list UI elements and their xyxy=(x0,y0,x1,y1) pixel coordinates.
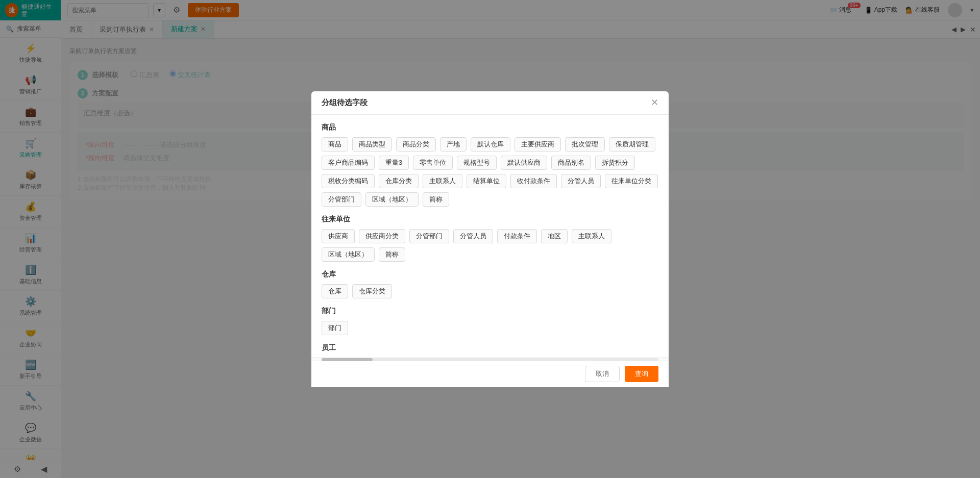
field-tag[interactable]: 保质期管理 xyxy=(609,137,655,152)
field-group-title: 部门 xyxy=(322,307,658,316)
field-tag[interactable]: 默认仓库 xyxy=(471,137,510,152)
field-tag[interactable]: 结算单位 xyxy=(467,174,506,188)
field-tags: 商品商品类型商品分类产地默认仓库主要供应商批次管理保质期管理客户商品编码重量3零… xyxy=(322,137,658,207)
modal-body[interactable]: 商品商品商品类型商品分类产地默认仓库主要供应商批次管理保质期管理客户商品编码重量… xyxy=(311,115,669,358)
field-tags: 仓库仓库分类 xyxy=(322,284,658,298)
field-tag[interactable]: 简称 xyxy=(379,247,405,262)
field-group-title: 商品 xyxy=(322,123,658,132)
field-tags: 部门 xyxy=(322,321,658,335)
field-group-员工: 员工业务员 xyxy=(322,343,658,358)
field-tag[interactable]: 简称 xyxy=(423,192,449,207)
field-tag[interactable]: 商品类型 xyxy=(352,137,392,152)
field-tag[interactable]: 重量3 xyxy=(379,156,409,170)
horizontal-scroll-area[interactable] xyxy=(311,357,669,360)
modal-footer: 取消 查询 xyxy=(311,361,669,387)
modal-close-button[interactable]: ✕ xyxy=(651,97,658,108)
field-tag[interactable]: 规格型号 xyxy=(457,156,497,170)
field-tag[interactable]: 往来单位分类 xyxy=(605,174,658,188)
field-tag[interactable]: 地区 xyxy=(541,229,568,243)
field-group-商品: 商品商品商品类型商品分类产地默认仓库主要供应商批次管理保质期管理客户商品编码重量… xyxy=(322,123,658,207)
field-group-title: 员工 xyxy=(322,343,658,353)
field-tag[interactable]: 默认供应商 xyxy=(501,156,547,170)
confirm-button[interactable]: 查询 xyxy=(625,366,658,382)
field-tag[interactable]: 付款条件 xyxy=(497,229,537,243)
field-tag[interactable]: 主联系人 xyxy=(572,229,611,243)
field-tag[interactable]: 拆货积分 xyxy=(595,156,635,170)
field-tag[interactable]: 分管部门 xyxy=(322,192,361,207)
field-tag[interactable]: 商品 xyxy=(322,137,348,152)
field-tag[interactable]: 区域（地区） xyxy=(322,247,375,262)
field-tag[interactable]: 分管人员 xyxy=(453,229,493,243)
field-tag[interactable]: 主要供应商 xyxy=(514,137,561,152)
field-tag[interactable]: 仓库分类 xyxy=(352,284,392,298)
field-tags: 供应商供应商分类分管部门分管人员付款条件地区主联系人区域（地区）简称 xyxy=(322,229,658,262)
field-tag[interactable]: 税收分类编码 xyxy=(322,174,375,188)
field-tag[interactable]: 主联系人 xyxy=(423,174,462,188)
field-group-往来单位: 往来单位供应商供应商分类分管部门分管人员付款条件地区主联系人区域（地区）简称 xyxy=(322,215,658,262)
field-tag[interactable]: 零售单位 xyxy=(413,156,453,170)
modal-title: 分组待选字段 xyxy=(322,98,368,108)
field-tag[interactable]: 产地 xyxy=(440,137,467,152)
modal-overlay: 分组待选字段 ✕ 商品商品商品类型商品分类产地默认仓库主要供应商批次管理保质期管… xyxy=(0,0,980,478)
field-tag[interactable]: 分管部门 xyxy=(409,229,449,243)
field-tag[interactable]: 客户商品编码 xyxy=(322,156,375,170)
field-tag[interactable]: 供应商 xyxy=(322,229,355,243)
field-tag[interactable]: 供应商分类 xyxy=(359,229,405,243)
field-tag[interactable]: 商品别名 xyxy=(551,156,591,170)
field-tag[interactable]: 部门 xyxy=(322,321,348,335)
field-group-title: 仓库 xyxy=(322,270,658,279)
field-tag[interactable]: 仓库分类 xyxy=(379,174,419,188)
field-group-部门: 部门部门 xyxy=(322,307,658,335)
field-tag[interactable]: 收付款条件 xyxy=(510,174,557,188)
cancel-button[interactable]: 取消 xyxy=(585,366,620,382)
field-select-modal: 分组待选字段 ✕ 商品商品商品类型商品分类产地默认仓库主要供应商批次管理保质期管… xyxy=(311,91,669,387)
modal-header: 分组待选字段 ✕ xyxy=(311,91,669,115)
field-group-title: 往来单位 xyxy=(322,215,658,224)
field-tag[interactable]: 区域（地区） xyxy=(365,192,419,207)
field-tag[interactable]: 批次管理 xyxy=(565,137,605,152)
field-group-仓库: 仓库仓库仓库分类 xyxy=(322,270,658,298)
field-tag[interactable]: 商品分类 xyxy=(396,137,436,152)
field-tag[interactable]: 仓库 xyxy=(322,284,348,298)
field-tag[interactable]: 分管人员 xyxy=(561,174,601,188)
